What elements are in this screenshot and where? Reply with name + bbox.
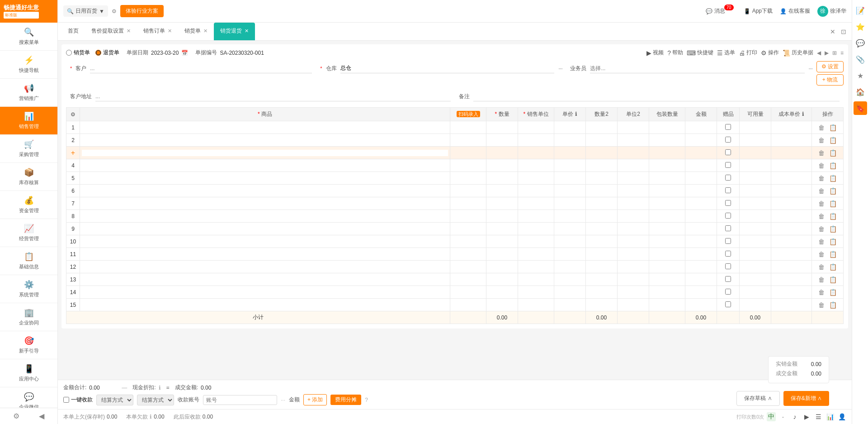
row-unit2-9[interactable] [618,223,649,235]
row-qty2-1[interactable] [586,121,618,134]
sidebar-item-operation[interactable]: 📈 经营管理 [0,219,57,247]
row-available-7[interactable] [740,197,771,210]
delete-btn-8[interactable]: 🗑 [817,212,826,220]
row-gift-10[interactable] [717,235,740,248]
right-sidebar-fav[interactable]: ★ [854,69,867,82]
row-cost-7[interactable] [771,197,812,210]
right-sidebar-bookmark[interactable]: 🔖 [854,101,867,115]
row-product-9[interactable] [80,223,450,235]
tool-user[interactable]: 👤 [837,412,846,421]
row-unit2-12[interactable] [618,261,649,273]
row-gift-2[interactable] [717,134,740,147]
message-item[interactable]: 💬 消息 70 [706,7,736,15]
row-amount-10[interactable] [685,235,717,248]
sidebar-item-marketing[interactable]: 📢 营销推广 [0,79,57,107]
row-available-2[interactable] [740,134,771,147]
row-product-5[interactable] [80,172,450,185]
row-unit-15[interactable] [518,299,554,311]
row-amount-11[interactable] [685,248,717,261]
row-unit-11[interactable] [518,248,554,261]
row-pack-4[interactable] [649,159,685,172]
row-unit2-10[interactable] [618,235,649,248]
row-unit-2[interactable] [518,134,554,147]
sidebar-item-enterprise[interactable]: 🏢 企业协同 [0,303,57,331]
row-price-1[interactable] [554,121,586,134]
row-available-8[interactable] [740,210,771,223]
sidebar-item-finance[interactable]: 💰 资金管理 [0,191,57,219]
row-amount-1[interactable] [685,121,717,134]
row-gift-3[interactable] [717,147,740,159]
save-draft-button[interactable]: 保存草稿 ∧ [736,391,779,406]
row-available-15[interactable] [740,299,771,311]
row-pack-2[interactable] [649,134,685,147]
radio-return-input[interactable] [95,50,101,56]
row-pack-12[interactable] [649,261,685,273]
row-amount-5[interactable] [685,172,717,185]
row-amount-7[interactable] [685,197,717,210]
tab-price-setting-close[interactable]: ✕ [127,28,131,34]
row-amount-2[interactable] [685,134,717,147]
row-available-4[interactable] [740,159,771,172]
add-button[interactable]: + 添加 [303,394,327,405]
row-qty-14[interactable] [486,286,518,299]
row-qty-7[interactable] [486,197,518,210]
row-qty2-11[interactable] [586,248,618,261]
gift-checkbox-12[interactable] [725,263,731,269]
user-item[interactable]: 徐 徐泽华 [817,6,846,17]
address-input-field[interactable] [95,93,451,100]
product-input-6[interactable] [82,188,448,194]
row-unit2-11[interactable] [618,248,649,261]
logistics-btn[interactable]: + 物流 [816,74,844,86]
sidebar-item-wechat[interactable]: 💬 企业微信 [0,387,57,408]
right-sidebar-home[interactable]: 🏠 [854,85,867,99]
delete-btn-13[interactable]: 🗑 [817,276,826,284]
row-available-5[interactable] [740,172,771,185]
try-button[interactable]: 体验行业方案 [120,5,164,17]
row-pack-15[interactable] [649,299,685,311]
row-price-3[interactable] [554,147,586,159]
copy-btn-4[interactable]: 📋 [828,162,838,170]
row-unit-10[interactable] [518,235,554,248]
product-input-14[interactable] [82,289,448,295]
row-gift-7[interactable] [717,197,740,210]
row-cost-10[interactable] [771,235,812,248]
copy-btn-13[interactable]: 📋 [828,276,838,284]
tab-sales-return[interactable]: 销货退货 ✕ [214,23,255,40]
row-unit-1[interactable] [518,121,554,134]
action-history[interactable]: 📜历史单据 [783,49,813,57]
action-help[interactable]: ?帮助 [667,49,683,57]
row-unit-4[interactable] [518,159,554,172]
sidebar-item-shortcut[interactable]: ⚡ 快捷导航 [0,51,57,79]
row-pack-6[interactable] [649,185,685,197]
row-gift-6[interactable] [717,185,740,197]
product-input-1[interactable] [82,124,448,131]
action-operate[interactable]: ⚙操作 [761,49,779,57]
row-amount-3[interactable] [685,147,717,159]
row-qty2-13[interactable] [586,273,618,286]
row-qty2-5[interactable] [586,172,618,185]
delete-btn-1[interactable]: 🗑 [817,124,826,132]
row-cost-1[interactable] [771,121,812,134]
gift-checkbox-8[interactable] [725,213,731,219]
customer-input[interactable] [90,63,312,73]
row-unit-12[interactable] [518,261,554,273]
gift-checkbox-11[interactable] [725,251,731,257]
copy-btn-1[interactable]: 📋 [828,124,838,132]
sidebar-item-guide[interactable]: 🎯 新手引导 [0,331,57,359]
row-available-6[interactable] [740,185,771,197]
copy-btn-2[interactable]: 📋 [828,136,838,144]
delete-btn-11[interactable]: 🗑 [817,250,826,258]
row-unit2-15[interactable] [618,299,649,311]
row-available-14[interactable] [740,286,771,299]
online-service-item[interactable]: 👤 在线客服 [780,7,810,15]
row-pack-7[interactable] [649,197,685,210]
row-qty2-14[interactable] [586,286,618,299]
tool-chinese[interactable]: 中 [767,412,776,421]
row-qty-1[interactable] [486,121,518,134]
row-gift-1[interactable] [717,121,740,134]
row-price-9[interactable] [554,223,586,235]
row-cost-2[interactable] [771,134,812,147]
row-price-8[interactable] [554,210,586,223]
sidebar-item-purchase[interactable]: 🛒 采购管理 [0,135,57,163]
row-gift-11[interactable] [717,248,740,261]
